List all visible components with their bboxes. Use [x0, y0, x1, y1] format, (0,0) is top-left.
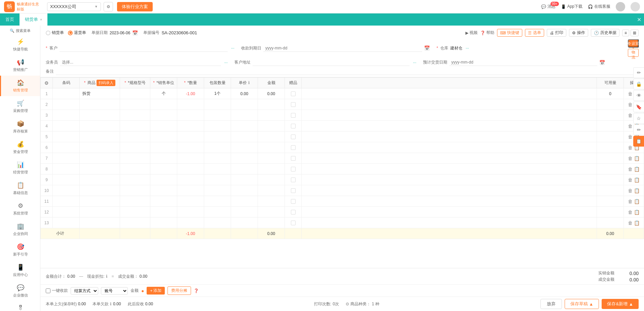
row-unit[interactable]	[150, 164, 177, 174]
row-product[interactable]	[80, 174, 120, 185]
row-barcode[interactable]	[53, 88, 80, 99]
row-product[interactable]	[80, 153, 120, 164]
row-unit[interactable]: 个	[150, 88, 177, 99]
delete-row-button[interactable]: 🗑	[628, 102, 633, 107]
row-remark[interactable]	[302, 99, 597, 110]
row-remark[interactable]	[302, 121, 597, 131]
delete-row-button[interactable]: 🗑	[628, 134, 633, 140]
customer-input[interactable]	[60, 45, 228, 52]
trial-button[interactable]: 体验行业方案	[117, 2, 153, 11]
sidebar-item-base-info[interactable]: 📋 基础信息	[0, 178, 40, 199]
row-gift[interactable]	[285, 153, 302, 164]
row-spec[interactable]	[120, 218, 150, 228]
row-barcode[interactable]	[53, 142, 80, 153]
row-spec[interactable]	[120, 207, 150, 218]
row-spec[interactable]	[120, 185, 150, 196]
gift-checkbox[interactable]	[291, 102, 296, 107]
row-price[interactable]	[231, 110, 258, 121]
row-remark[interactable]	[302, 218, 597, 228]
list-view-button[interactable]: ≡	[622, 30, 629, 36]
gift-checkbox[interactable]	[291, 221, 296, 225]
row-price[interactable]	[231, 196, 258, 207]
delete-row-button[interactable]: 🗑	[628, 145, 633, 150]
row-barcode[interactable]	[53, 153, 80, 164]
sidebar-item-enterprise[interactable]: 🏢 企业协同	[0, 219, 40, 240]
row-remark[interactable]	[302, 88, 597, 99]
row-unit[interactable]	[150, 153, 177, 164]
row-spec[interactable]	[120, 88, 150, 99]
delete-row-button[interactable]: 🗑	[628, 188, 633, 193]
row-qty[interactable]	[177, 218, 204, 228]
close-tab-icon[interactable]: ×	[40, 17, 42, 22]
row-qty[interactable]	[177, 121, 204, 131]
th-settings[interactable]: ⚙	[41, 78, 53, 88]
row-price[interactable]	[231, 121, 258, 131]
fee-help-icon[interactable]: ❓	[194, 288, 199, 293]
row-qty[interactable]	[177, 174, 204, 185]
row-qty[interactable]	[177, 164, 204, 174]
row-barcode[interactable]	[53, 121, 80, 131]
row-gift[interactable]	[285, 218, 302, 228]
sidebar-item-marketing[interactable]: 📢 营销推广	[0, 55, 40, 76]
sidebar-item-member[interactable]: 🎖 畅会员	[0, 301, 40, 311]
gift-checkbox[interactable]	[291, 145, 296, 150]
row-product[interactable]	[80, 121, 120, 131]
row-unit[interactable]	[150, 174, 177, 185]
save-draft-button[interactable]: 保存草稿 ▲	[565, 299, 599, 309]
row-barcode[interactable]	[53, 174, 80, 185]
row-spec[interactable]	[120, 174, 150, 185]
row-product[interactable]	[80, 207, 120, 218]
delete-row-button[interactable]: 🗑	[628, 123, 633, 129]
row-qty[interactable]	[177, 196, 204, 207]
app-download-button[interactable]: 📱 App下载	[561, 4, 582, 9]
sidebar-item-sales-mgmt[interactable]: 🏠 销售管理	[0, 76, 40, 96]
copy-row-button[interactable]: 📋	[634, 177, 640, 183]
select-order-button[interactable]: ☰ 选单	[525, 29, 544, 37]
row-remark[interactable]	[302, 174, 597, 185]
sidebar-item-finance[interactable]: 💰 资金管理	[0, 137, 40, 158]
row-barcode[interactable]	[53, 164, 80, 174]
cash-discount-info-icon[interactable]: ℹ	[106, 274, 108, 279]
right-tool-action[interactable]: 📋	[633, 136, 644, 147]
row-unit[interactable]	[150, 218, 177, 228]
due-date-calendar-icon[interactable]: 📅	[424, 45, 430, 51]
row-qty[interactable]	[177, 207, 204, 218]
close-all-tabs-button[interactable]: ✕	[637, 16, 641, 23]
delete-row-button[interactable]: 🗑	[628, 156, 633, 161]
row-remark[interactable]	[302, 185, 597, 196]
row-unit[interactable]	[150, 121, 177, 131]
expected-date-calendar-icon[interactable]: 📅	[599, 60, 605, 65]
row-qty[interactable]	[177, 142, 204, 153]
row-remark[interactable]	[302, 131, 597, 142]
addr-more-icon[interactable]: ···	[413, 60, 416, 65]
row-gift[interactable]	[285, 164, 302, 174]
sidebar-item-wechat[interactable]: 💬 企业微信	[0, 281, 40, 301]
gift-checkbox[interactable]	[291, 134, 296, 139]
row-gift[interactable]	[285, 88, 302, 99]
gift-checkbox[interactable]	[291, 188, 296, 193]
delete-row-button[interactable]: 🗑	[628, 209, 633, 215]
tab-home[interactable]: 首页	[0, 13, 20, 26]
row-unit[interactable]	[150, 110, 177, 121]
row-product[interactable]	[80, 196, 120, 207]
row-product[interactable]	[80, 218, 120, 228]
delete-row-button[interactable]: 🗑	[628, 113, 633, 118]
account-select[interactable]: 账号	[101, 287, 128, 295]
row-spec[interactable]	[120, 131, 150, 142]
sidebar-item-inventory[interactable]: 📦 库存核算	[0, 117, 40, 137]
gift-checkbox[interactable]	[291, 199, 296, 204]
expected-date-input[interactable]	[449, 59, 597, 66]
copy-row-button[interactable]: 📋	[634, 156, 640, 161]
help-button[interactable]: ❓ 帮助	[480, 30, 494, 36]
row-barcode[interactable]	[53, 207, 80, 218]
row-price[interactable]	[231, 164, 258, 174]
copy-row-button[interactable]: 📋	[634, 220, 640, 226]
row-gift[interactable]	[285, 121, 302, 131]
gift-checkbox[interactable]	[291, 124, 296, 128]
row-gift[interactable]	[285, 196, 302, 207]
row-qty[interactable]	[177, 110, 204, 121]
row-product[interactable]	[80, 142, 120, 153]
row-price[interactable]	[231, 174, 258, 185]
gift-checkbox[interactable]	[291, 156, 296, 161]
gift-checkbox[interactable]	[291, 113, 296, 118]
